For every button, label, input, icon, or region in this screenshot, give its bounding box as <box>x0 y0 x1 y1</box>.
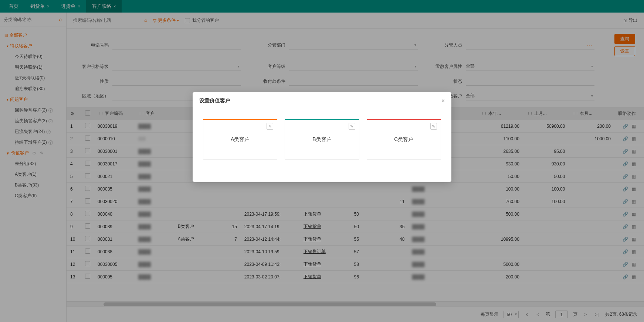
value-card-c[interactable]: ✎ C类客户 <box>367 119 441 160</box>
edit-icon[interactable]: ✎ <box>349 123 355 130</box>
value-card-b-label: B类客户 <box>312 136 331 143</box>
value-card-b[interactable]: ✎ B类客户 <box>285 119 359 160</box>
value-card-a[interactable]: ✎ A类客户 <box>203 119 277 160</box>
value-card-c-label: C类客户 <box>394 136 413 143</box>
value-card-a-label: A类客户 <box>231 136 250 143</box>
modal-body: ✎ A类客户 ✎ B类客户 ✎ C类客户 <box>193 109 451 182</box>
edit-icon[interactable]: ✎ <box>430 123 437 130</box>
modal-overlay[interactable]: 设置价值客户 × ✎ A类客户 ✎ B类客户 ✎ C类客户 <box>0 0 644 322</box>
modal-header: 设置价值客户 × <box>193 92 451 109</box>
modal-title: 设置价值客户 <box>199 97 230 104</box>
edit-icon[interactable]: ✎ <box>267 123 273 130</box>
close-icon[interactable]: × <box>441 97 445 104</box>
value-customer-modal: 设置价值客户 × ✎ A类客户 ✎ B类客户 ✎ C类客户 <box>193 92 451 182</box>
